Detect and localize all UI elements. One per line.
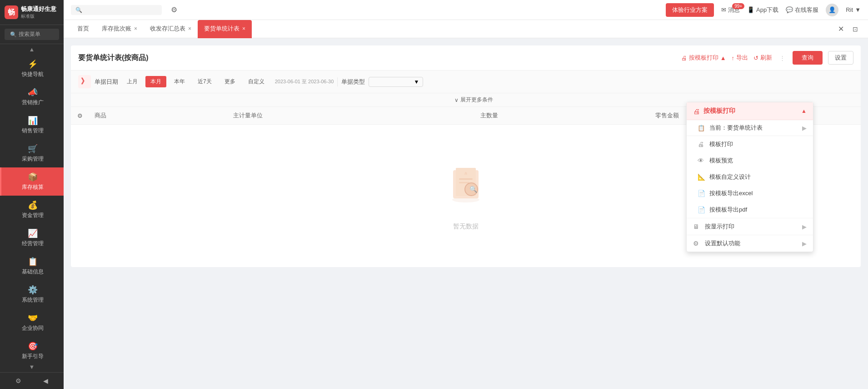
table-col-product: 商品 xyxy=(89,107,228,125)
export-icon: ↑ xyxy=(732,55,735,61)
filter-row: 》 单据日期 上月 本月 本年 近7天 更多 自定义 2023-06-01 至 … xyxy=(71,71,861,93)
sidebar-item-purchase[interactable]: 🛒 采购管理 xyxy=(0,139,64,167)
current-template-row[interactable]: 📋 当前：要货单统计表 ▶ xyxy=(687,120,813,136)
table-col-quantity: 主数量 xyxy=(475,107,650,125)
service-icon: 💬 xyxy=(786,6,793,13)
marketing-icon: 📣 xyxy=(28,87,38,97)
type-select[interactable]: ▼ xyxy=(369,77,423,87)
tab-order-stats-close[interactable]: × xyxy=(242,25,245,32)
finance-icon: 💰 xyxy=(28,200,38,210)
tab-order-stats[interactable]: 要货单统计表 × xyxy=(198,20,252,38)
topbar-username[interactable]: Rit ▼ xyxy=(846,6,861,13)
sidebar-scroll-down[interactable]: ▼ xyxy=(0,362,64,372)
current-template-label: 当前：要货单统计表 xyxy=(709,124,763,132)
app-download-icon: 📱 xyxy=(747,6,754,13)
sidebar: 畅 畅康通好生意 标准版 🔍 搜索菜单 ▲ ⚡ 快捷导航 📣 营销推广 📊 销售… xyxy=(0,0,64,389)
sidebar-nav: ⚡ 快捷导航 📣 营销推广 📊 销售管理 🛒 采购管理 📦 库存核算 💰 资金管… xyxy=(0,55,64,362)
message-badge: 99+ xyxy=(732,3,744,9)
sidebar-item-operations[interactable]: 📈 经营管理 xyxy=(0,224,64,252)
topbar-app-download[interactable]: 📱 App下载 xyxy=(747,6,778,14)
date-opt-custom[interactable]: 自定义 xyxy=(243,76,269,87)
empty-state-icon: 🔍 xyxy=(443,161,489,215)
default-func-arrow: ▶ xyxy=(802,240,807,247)
sidebar-item-finance[interactable]: 💰 资金管理 xyxy=(0,196,64,224)
template-export-pdf-item[interactable]: 📄 按模板导出pdf xyxy=(687,202,813,218)
sidebar-item-enterprise[interactable]: 🤝 企业协同 xyxy=(0,308,64,337)
date-range-display: 2023-06-01 至 2023-06-30 xyxy=(275,78,334,85)
avatar-icon: 👤 xyxy=(828,6,836,13)
date-opt-prev-month[interactable]: 上月 xyxy=(122,76,143,87)
tab-batch-account-close[interactable]: × xyxy=(134,25,137,32)
date-label: 单据日期 xyxy=(95,78,118,86)
tab-batch-account[interactable]: 库存批次账 × xyxy=(95,20,144,38)
guide-icon: 🎯 xyxy=(28,341,38,351)
tabs-bar: 首页 库存批次账 × 收发存汇总表 × 要货单统计表 × ✕ ⊡ xyxy=(64,20,868,38)
default-func-item[interactable]: ⚙ 设置默认功能 ▶ xyxy=(687,235,813,252)
display-print-arrow: ▶ xyxy=(802,223,807,230)
export-button[interactable]: ↑ 导出 xyxy=(732,54,748,62)
sidebar-item-basic-info[interactable]: 📋 基础信息 xyxy=(0,252,64,280)
topbar-gear-icon[interactable]: ⚙ xyxy=(171,5,177,14)
tabs-close-all-btn[interactable]: ✕ xyxy=(835,24,846,35)
refresh-button[interactable]: ↺ 刷新 xyxy=(753,54,772,62)
date-opt-more[interactable]: 更多 xyxy=(219,76,240,87)
print-template-button[interactable]: 🖨 按模板打印 ▲ xyxy=(681,54,726,62)
template-print-item[interactable]: 🖨 模板打印 xyxy=(687,136,813,152)
template-custom-icon: 📐 xyxy=(698,173,705,181)
topbar: 🔍 ⚙ 体验行业方案 ✉ 消息 99+ 📱 App下载 💬 在线客服 👤 xyxy=(64,0,868,20)
message-icon: ✉ xyxy=(721,6,726,13)
topbar-search[interactable]: 🔍 xyxy=(71,5,162,15)
date-opt-this-year[interactable]: 本年 xyxy=(169,76,190,87)
display-print-item[interactable]: 🖥 按显示打印 ▶ xyxy=(687,218,813,235)
sidebar-collapse-btn[interactable]: ◀ xyxy=(43,377,48,384)
inventory-icon: 📦 xyxy=(28,172,38,182)
industry-solution-button[interactable]: 体验行业方案 xyxy=(666,3,714,17)
sidebar-logo-text: 畅康通好生意 标准版 xyxy=(21,5,56,19)
tab-receipt-summary-close[interactable]: × xyxy=(188,25,191,32)
sales-icon: 📊 xyxy=(28,116,38,126)
user-avatar[interactable]: 👤 xyxy=(826,4,838,16)
sidebar-item-system[interactable]: ⚙️ 系统管理 xyxy=(0,280,64,308)
template-print-icon: 🖨 xyxy=(698,141,705,148)
filter-expand-icon[interactable]: 》 xyxy=(78,75,91,88)
sidebar-item-quick-nav[interactable]: ⚡ 快捷导航 xyxy=(0,55,64,83)
topbar-right: ✉ 消息 99+ 📱 App下载 💬 在线客服 👤 Rit ▼ xyxy=(721,4,861,16)
sidebar-scroll-up[interactable]: ▲ xyxy=(0,44,64,55)
print-dropdown-header[interactable]: 🖨 按模板打印 ▲ xyxy=(687,102,813,120)
sidebar-bottom: ⚙ ◀ xyxy=(0,372,64,389)
sidebar-item-sales[interactable]: 📊 销售管理 xyxy=(0,111,64,139)
print-dropdown-arrow: ▲ xyxy=(801,108,807,114)
sidebar-item-marketing[interactable]: 📣 营销推广 xyxy=(0,83,64,111)
template-export-excel-item[interactable]: 📄 按模板导出excel xyxy=(687,185,813,202)
print-dropdown-title: 按模板打印 xyxy=(703,107,801,115)
page-title: 要货单统计表(按商品) xyxy=(78,53,149,63)
quick-nav-icon: ⚡ xyxy=(28,59,38,69)
sidebar-item-inventory[interactable]: 📦 库存核算 xyxy=(0,167,64,196)
main-content: 🔍 ⚙ 体验行业方案 ✉ 消息 99+ 📱 App下载 💬 在线客服 👤 xyxy=(64,0,868,389)
topbar-message[interactable]: ✉ 消息 99+ xyxy=(721,6,740,14)
sidebar-search-input[interactable]: 🔍 搜索菜单 xyxy=(5,29,59,40)
basic-info-icon: 📋 xyxy=(28,257,38,267)
table-col-settings[interactable]: ⚙ xyxy=(71,107,89,125)
template-custom-item[interactable]: 📐 模板自定义设计 xyxy=(687,169,813,185)
sidebar-search-area[interactable]: 🔍 搜索菜单 xyxy=(0,25,64,44)
topbar-online-service[interactable]: 💬 在线客服 xyxy=(786,6,818,14)
display-print-icon: 🖥 xyxy=(693,223,700,230)
query-button[interactable]: 查询 xyxy=(793,51,823,65)
print-dropdown-icon: 🖨 xyxy=(693,107,700,115)
system-icon: ⚙️ xyxy=(28,285,38,295)
sidebar-settings-btn[interactable]: ⚙ xyxy=(15,377,21,384)
expand-more-button[interactable]: ∨ 展开更多条件 xyxy=(454,96,493,104)
settings-button[interactable]: 设置 xyxy=(828,51,853,65)
date-opt-last-7days[interactable]: 近7天 xyxy=(193,76,217,87)
tab-home[interactable]: 首页 xyxy=(71,20,95,38)
template-preview-item[interactable]: 👁 模板预览 xyxy=(687,152,813,169)
tabs-expand-btn[interactable]: ⊡ xyxy=(850,24,861,35)
date-opt-this-month[interactable]: 本月 xyxy=(145,76,166,87)
default-func-icon: ⚙ xyxy=(693,240,700,247)
page-title-bar: 要货单统计表(按商品) 🖨 按模板打印 ▲ ↑ 导出 ↺ 刷新 xyxy=(71,45,861,71)
refresh-icon: ↺ xyxy=(753,55,758,61)
tab-receipt-summary[interactable]: 收发存汇总表 × xyxy=(144,20,198,38)
sidebar-item-guide[interactable]: 🎯 新手引导 xyxy=(0,337,64,362)
empty-state-text: 暂无数据 xyxy=(453,222,479,231)
